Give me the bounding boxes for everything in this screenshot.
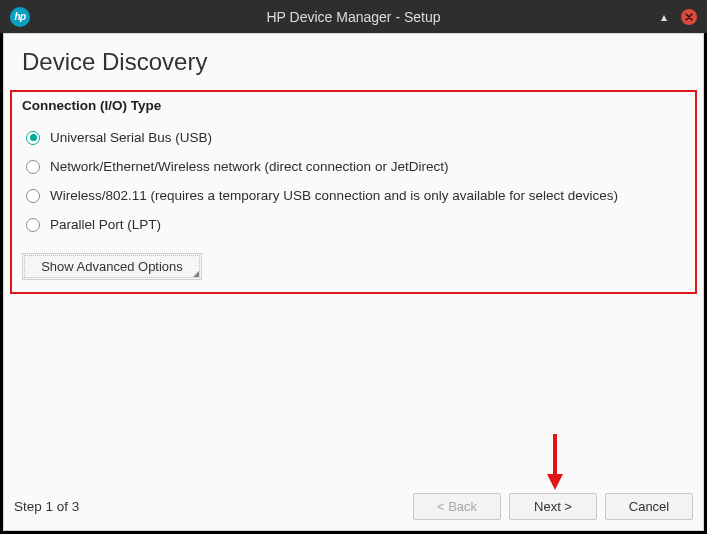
radio-icon (26, 189, 40, 203)
cancel-button[interactable]: Cancel (605, 493, 693, 520)
radio-icon (26, 131, 40, 145)
titlebar: hp HP Device Manager - Setup ▴ (0, 0, 707, 33)
close-icon[interactable] (681, 9, 697, 25)
group-title: Connection (I/O) Type (22, 98, 685, 113)
window-title: HP Device Manager - Setup (0, 9, 707, 25)
hp-logo-icon: hp (10, 7, 30, 27)
radio-icon (26, 218, 40, 232)
setup-window: Device Discovery Connection (I/O) Type U… (3, 33, 704, 531)
next-button[interactable]: Next > (509, 493, 597, 520)
wizard-footer: Step 1 of 3 < Back Next > Cancel (4, 485, 703, 530)
page-title: Device Discovery (4, 34, 703, 84)
radio-label: Network/Ethernet/Wireless network (direc… (50, 159, 448, 174)
radio-label: Universal Serial Bus (USB) (50, 130, 212, 145)
minimize-icon[interactable]: ▴ (657, 10, 671, 24)
radio-option-wireless[interactable]: Wireless/802.11 (requires a temporary US… (22, 181, 685, 210)
connection-type-group: Connection (I/O) Type Universal Serial B… (10, 90, 697, 294)
radio-option-usb[interactable]: Universal Serial Bus (USB) (22, 123, 685, 152)
radio-label: Parallel Port (LPT) (50, 217, 161, 232)
back-button[interactable]: < Back (413, 493, 501, 520)
step-indicator: Step 1 of 3 (14, 499, 79, 514)
show-advanced-options-button[interactable]: Show Advanced Options (22, 253, 202, 280)
radio-option-parallel[interactable]: Parallel Port (LPT) (22, 210, 685, 239)
radio-icon (26, 160, 40, 174)
radio-option-network[interactable]: Network/Ethernet/Wireless network (direc… (22, 152, 685, 181)
radio-label: Wireless/802.11 (requires a temporary US… (50, 188, 618, 203)
window-controls: ▴ (657, 9, 697, 25)
